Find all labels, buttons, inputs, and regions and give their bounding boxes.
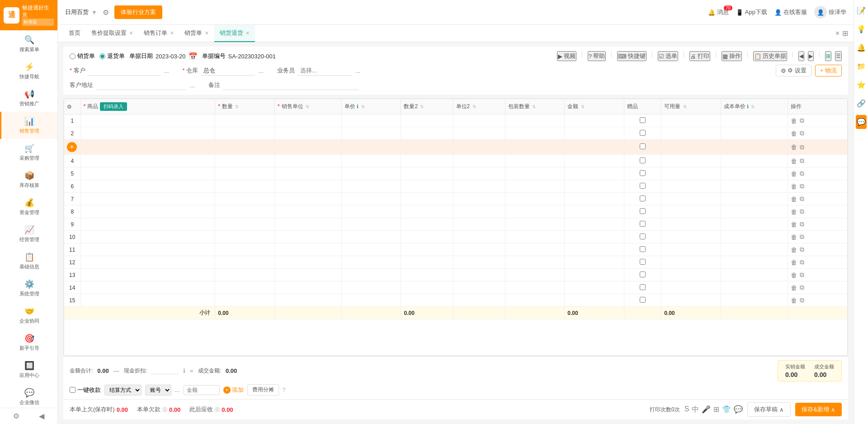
calendar-icon[interactable]: 📅 (189, 52, 198, 61)
logistics-btn[interactable]: + 物流 (815, 65, 842, 76)
user-menu[interactable]: 👤 徐泽华 (814, 6, 846, 19)
delete-row-btn[interactable]: 🗑 (791, 284, 797, 291)
print-btn[interactable]: 🖨 打印 (689, 51, 710, 61)
operate-btn[interactable]: ▦ 操作 (722, 51, 742, 61)
sidebar-item-sales[interactable]: 📊 销售管理 (0, 112, 57, 139)
tab-sales[interactable]: 销货单 × (179, 25, 214, 42)
qty-cell[interactable] (215, 140, 275, 155)
address-input[interactable] (96, 80, 186, 90)
account-select[interactable]: 账号 (145, 385, 171, 395)
sidebar-item-collab[interactable]: 🤝 企业协同 (0, 302, 57, 329)
tab-sales-return[interactable]: 销货退货 × (214, 25, 255, 42)
daily-selector[interactable]: 日用百货 ▼ (65, 8, 97, 16)
rp-star-btn[interactable]: ⭐ (856, 78, 867, 92)
gift-checkbox[interactable] (640, 272, 646, 277)
unit2-cell[interactable] (453, 127, 505, 140)
tab-price-setting[interactable]: 售价提取设置 × (86, 25, 138, 42)
delete-row-btn[interactable]: 🗑 (791, 272, 797, 279)
next-doc-btn[interactable]: ▶ (808, 51, 814, 61)
delete-row-btn[interactable]: 🗑 (791, 157, 797, 165)
rp-bell-btn[interactable]: 🔔 (856, 41, 867, 55)
rp-link-btn[interactable]: 🔗 (856, 96, 867, 110)
product-input-active[interactable] (84, 144, 212, 151)
unit-cell[interactable] (274, 127, 341, 140)
sidebar-item-operation[interactable]: 📈 经营管理 (0, 220, 57, 248)
sort-icon[interactable]: ⇅ (472, 104, 476, 109)
address-dots[interactable]: ... (190, 82, 195, 89)
fee-split-btn[interactable]: 费用分摊 (247, 384, 279, 395)
rp-folder-btn[interactable]: 📁 (856, 59, 867, 73)
sort-icon[interactable]: ⇅ (306, 104, 309, 109)
radio-sale-input[interactable] (70, 53, 75, 59)
sidebar-item-marketing[interactable]: 📢 营销推广 (0, 85, 57, 112)
gift-checkbox[interactable] (640, 130, 646, 136)
gift-checkbox[interactable] (640, 259, 646, 265)
gift-checkbox[interactable] (640, 284, 646, 290)
staff-input[interactable] (297, 66, 352, 76)
unit-cell[interactable] (274, 114, 341, 127)
gift-checkbox[interactable] (640, 246, 646, 252)
product-cell[interactable] (80, 127, 215, 140)
sidebar-item-finance[interactable]: 💰 资金管理 (0, 193, 57, 220)
tab-close-icon[interactable]: × (129, 29, 133, 37)
delete-row-btn[interactable]: 🗑 (791, 130, 797, 137)
add-row-btn[interactable]: + (67, 142, 77, 152)
sort-icon[interactable]: ⇅ (235, 104, 239, 109)
unit2-cell[interactable] (453, 114, 505, 127)
delete-row-btn[interactable]: 🗑 (791, 221, 797, 228)
save-draft-btn[interactable]: 保存草稿 ∧ (747, 402, 791, 417)
copy-row-btn[interactable]: ⧉ (800, 296, 804, 304)
expand-tabs-btn[interactable]: ⊞ (842, 29, 848, 38)
copy-row-btn[interactable]: ⧉ (800, 208, 804, 215)
topbar-gear-icon[interactable]: ⚙ (103, 8, 109, 17)
copy-row-btn[interactable]: ⧉ (800, 157, 804, 165)
gift-checkbox[interactable] (640, 233, 646, 239)
sidebar-item-inventory[interactable]: 📦 库存核算 (0, 166, 57, 193)
sidebar-item-guide[interactable]: 🎯 新手引导 (0, 329, 57, 356)
tab-close-icon[interactable]: × (205, 29, 208, 37)
tab-home[interactable]: 首页 (63, 25, 86, 42)
notification-btn[interactable]: 🔔 70 消息 (708, 8, 729, 16)
customer-input[interactable] (88, 66, 160, 76)
copy-row-btn[interactable]: ⧉ (800, 258, 804, 266)
video-btn[interactable]: ▶ 视频 (557, 51, 576, 61)
product-cell[interactable] (80, 114, 215, 127)
qty2-cell[interactable] (401, 127, 453, 140)
price-cell[interactable] (341, 114, 401, 127)
pkg-cell[interactable] (505, 140, 565, 155)
gift-checkbox[interactable] (640, 117, 646, 123)
delete-row-btn[interactable]: 🗑 (791, 183, 797, 190)
gift-checkbox[interactable] (640, 297, 646, 303)
sort-icon[interactable]: ⇅ (683, 104, 687, 109)
sort-icon[interactable]: ⇅ (751, 104, 755, 109)
delete-row-btn[interactable]: 🗑 (791, 143, 797, 151)
payment-check-input[interactable] (70, 387, 75, 393)
gift-checkbox[interactable] (640, 208, 646, 214)
gift-checkbox[interactable] (640, 157, 646, 163)
gift-checkbox[interactable] (640, 221, 646, 227)
settings-btn[interactable]: ⚙ ⚙ 设置 (776, 65, 811, 76)
tab-close-icon[interactable]: × (246, 29, 250, 37)
sidebar-item-wechat[interactable]: 💬 企业微信 (0, 383, 57, 408)
payment-checkbox[interactable]: 一键收款 (70, 386, 101, 394)
sidebar-item-search[interactable]: 🔍 搜索菜单 (0, 30, 57, 57)
sidebar-item-quick[interactable]: ⚡ 快捷导航 (0, 57, 57, 85)
rp-edit-btn[interactable]: 📝 (856, 4, 867, 18)
sort-icon[interactable]: ⇅ (532, 104, 536, 109)
delete-row-btn[interactable]: 🗑 (791, 233, 797, 241)
copy-row-btn[interactable]: ⧉ (800, 271, 804, 279)
sidebar-item-basic[interactable]: 📋 基础信息 (0, 248, 57, 275)
discount-input[interactable] (151, 367, 179, 374)
radio-return-input[interactable] (99, 53, 105, 59)
amount-cell[interactable] (565, 127, 624, 140)
app-download-btn[interactable]: 📱 App下载 (736, 8, 767, 16)
close-tab-btn[interactable]: × (835, 29, 840, 38)
sidebar-item-purchase[interactable]: 🛒 采购管理 (0, 139, 57, 166)
qty-cell[interactable] (215, 114, 275, 127)
help-btn[interactable]: ? 帮助 (588, 51, 606, 61)
settings-bottom-btn[interactable]: ⚙ (13, 412, 19, 420)
calc-method-select[interactable]: 结算方式 (104, 385, 142, 395)
collapse-btn[interactable]: ◀ (39, 412, 44, 420)
gift-checkbox[interactable] (640, 195, 646, 201)
product-cell[interactable] (80, 140, 215, 155)
